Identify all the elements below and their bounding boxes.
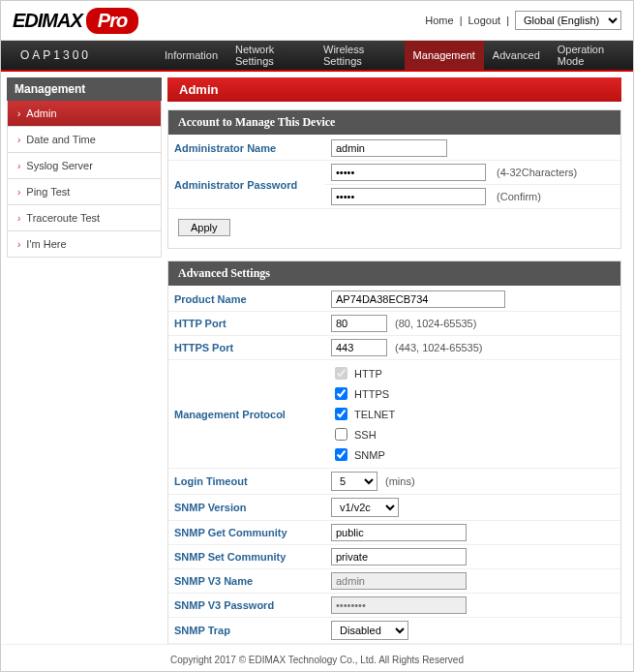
snmp-set-label: SNMP Set Community	[168, 545, 325, 569]
admin-name-input[interactable]	[331, 139, 447, 157]
sidebar-item-admin[interactable]: ›Admin	[7, 101, 162, 127]
snmp-version-label: SNMP Version	[168, 495, 325, 521]
snmp-trap-label: SNMP Trap	[168, 618, 325, 644]
main-content: Admin Account to Manage This Device Admi…	[167, 77, 627, 644]
login-timeout-select[interactable]: 5	[331, 472, 377, 491]
advanced-panel: Advanced Settings Product Name HTTP Port…	[167, 260, 621, 644]
sidebar-item-datetime[interactable]: ›Date and Time	[7, 127, 162, 153]
sidebar-item-imhere[interactable]: ›I'm Here	[7, 231, 162, 258]
snmp-v3pw-label: SNMP V3 Password	[168, 594, 325, 618]
chevron-right-icon: ›	[17, 108, 20, 119]
admin-name-label: Administrator Name	[168, 137, 325, 161]
tab-advanced[interactable]: Advanced	[484, 41, 549, 70]
admin-password-label: Administrator Password	[168, 161, 325, 209]
login-timeout-label: Login Timeout	[168, 469, 325, 495]
main-nav: OAP1300 Information Network Settings Wir…	[1, 41, 633, 72]
admin-password-hint: (4-32Characters)	[497, 167, 577, 178]
model-label: OAP1300	[20, 48, 156, 62]
product-name-input[interactable]	[331, 290, 505, 308]
chevron-right-icon: ›	[17, 239, 20, 250]
chevron-right-icon: ›	[17, 213, 20, 224]
http-port-input[interactable]	[331, 315, 387, 332]
snmp-get-input[interactable]	[331, 524, 467, 541]
footer: Copyright 2017 © EDIMAX Technology Co., …	[1, 644, 633, 671]
https-port-label: HTTPS Port	[168, 336, 325, 360]
advanced-panel-header: Advanced Settings	[168, 261, 620, 286]
https-port-input[interactable]	[331, 339, 387, 356]
chevron-right-icon: ›	[17, 135, 20, 145]
snmp-set-input[interactable]	[331, 548, 467, 565]
tab-operation-mode[interactable]: Operation Mode	[549, 41, 633, 70]
account-apply-button[interactable]: Apply	[178, 219, 230, 236]
snmp-get-label: SNMP Get Community	[168, 521, 325, 545]
chevron-right-icon: ›	[17, 161, 20, 171]
page-title: Admin	[167, 77, 621, 102]
https-port-hint: (443, 1024-65535)	[395, 342, 483, 353]
snmp-v3pw-input	[331, 596, 467, 614]
header-bar: EDIMAXPro Home | Logout | Global (Englis…	[1, 1, 633, 41]
tab-wireless-settings[interactable]: Wireless Settings	[315, 41, 405, 70]
proto-https-checkbox[interactable]	[335, 387, 347, 400]
proto-snmp-checkbox[interactable]	[335, 448, 347, 461]
tab-network-settings[interactable]: Network Settings	[226, 41, 315, 70]
snmp-version-select[interactable]: v1/v2c	[331, 498, 399, 517]
logout-link[interactable]: Logout	[468, 15, 500, 26]
snmp-trap-select[interactable]: Disabled	[331, 621, 408, 640]
proto-ssh-checkbox[interactable]	[335, 428, 347, 441]
sidebar-header: Management	[7, 77, 162, 101]
product-name-label: Product Name	[168, 288, 325, 312]
chevron-right-icon: ›	[17, 187, 20, 198]
home-link[interactable]: Home	[425, 15, 453, 26]
login-timeout-hint: (mins)	[385, 475, 415, 487]
snmp-v3name-input	[331, 572, 467, 590]
proto-telnet-checkbox[interactable]	[335, 408, 347, 420]
admin-password-input[interactable]	[331, 164, 486, 181]
logo: EDIMAXPro	[13, 8, 138, 34]
sidebar-item-syslog[interactable]: ›Syslog Server	[7, 153, 162, 179]
tab-information[interactable]: Information	[156, 41, 226, 70]
tab-management[interactable]: Management	[405, 41, 484, 70]
account-panel-header: Account to Manage This Device	[168, 110, 620, 135]
proto-http-checkbox	[335, 367, 347, 380]
admin-password-confirm-hint: (Confirm)	[497, 191, 541, 202]
sidebar-item-traceroute[interactable]: ›Traceroute Test	[7, 205, 162, 231]
snmp-v3name-label: SNMP V3 Name	[168, 569, 325, 594]
mgmt-protocol-label: Management Protocol	[168, 360, 325, 469]
sidebar: Management ›Admin ›Date and Time ›Syslog…	[7, 77, 162, 644]
admin-password-confirm-input[interactable]	[331, 188, 486, 205]
sidebar-item-ping[interactable]: ›Ping Test	[7, 179, 162, 205]
http-port-hint: (80, 1024-65535)	[395, 318, 476, 329]
http-port-label: HTTP Port	[168, 312, 325, 336]
account-panel: Account to Manage This Device Administra…	[167, 109, 621, 249]
language-select[interactable]: Global (English)	[515, 11, 621, 30]
